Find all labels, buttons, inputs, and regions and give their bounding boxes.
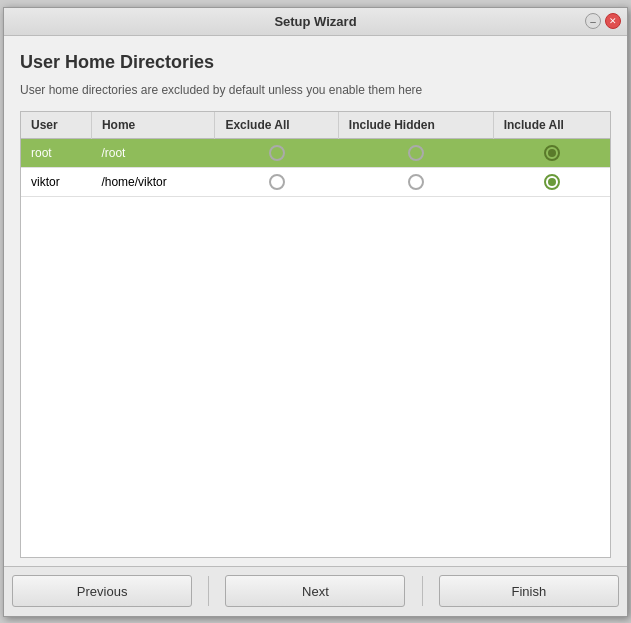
table-row[interactable]: viktor/home/viktor (21, 167, 610, 196)
cell-user: viktor (21, 167, 91, 196)
titlebar-title: Setup Wizard (274, 14, 356, 29)
main-content: User Home Directories User home director… (4, 36, 627, 566)
cell-include-hidden[interactable] (338, 167, 493, 196)
cell-exclude-all[interactable] (215, 138, 338, 167)
setup-wizard-window: Setup Wizard – ✕ User Home Directories U… (3, 7, 628, 617)
previous-button[interactable]: Previous (12, 575, 192, 607)
col-exclude-all: Exclude All (215, 112, 338, 139)
directories-table-container: User Home Exclude All Include Hidden Inc… (20, 111, 611, 558)
titlebar: Setup Wizard – ✕ (4, 8, 627, 36)
col-home: Home (91, 112, 215, 139)
cell-exclude-all[interactable] (215, 167, 338, 196)
footer: Previous Next Finish (4, 566, 627, 616)
cell-include-all[interactable] (493, 138, 610, 167)
close-button[interactable]: ✕ (605, 13, 621, 29)
col-user: User (21, 112, 91, 139)
footer-separator-1 (208, 576, 209, 606)
next-button[interactable]: Next (225, 575, 405, 607)
titlebar-controls: – ✕ (585, 13, 621, 29)
cell-user: root (21, 138, 91, 167)
col-include-hidden: Include Hidden (338, 112, 493, 139)
cell-include-all[interactable] (493, 167, 610, 196)
finish-button[interactable]: Finish (439, 575, 619, 607)
cell-home: /root (91, 138, 215, 167)
table-header-row: User Home Exclude All Include Hidden Inc… (21, 112, 610, 139)
cell-include-hidden[interactable] (338, 138, 493, 167)
footer-separator-2 (422, 576, 423, 606)
minimize-button[interactable]: – (585, 13, 601, 29)
cell-home: /home/viktor (91, 167, 215, 196)
page-title: User Home Directories (20, 52, 611, 73)
page-subtitle: User home directories are excluded by de… (20, 83, 611, 97)
table-row[interactable]: root/root (21, 138, 610, 167)
col-include-all: Include All (493, 112, 610, 139)
directories-table: User Home Exclude All Include Hidden Inc… (21, 112, 610, 197)
